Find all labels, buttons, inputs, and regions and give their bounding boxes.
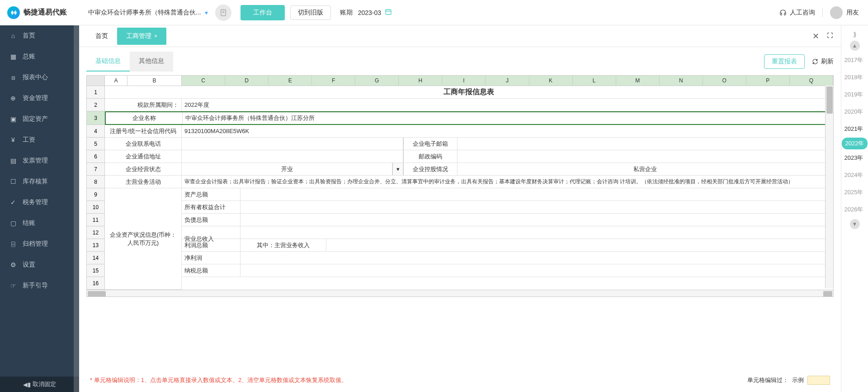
cell-r6-value[interactable] (182, 150, 403, 163)
sidebar-item-1[interactable]: ▦总账 (0, 46, 79, 67)
cell-r5-value[interactable] (182, 138, 403, 150)
col-header-M[interactable]: M (616, 76, 660, 86)
year-item-2020年[interactable]: 2020年 (842, 103, 868, 120)
sidebar-item-10[interactable]: ⌸归档管理 (0, 234, 79, 254)
row-header-16[interactable]: 16 (87, 277, 105, 290)
sidebar-item-12[interactable]: ☞新手引导 (0, 275, 79, 296)
user-menu[interactable]: 用友 (830, 6, 859, 19)
sidebar-item-11[interactable]: ⚙设置 (0, 254, 79, 275)
select-all-corner[interactable] (87, 76, 105, 86)
cell-r8-label[interactable]: 主营业务活动 (105, 176, 182, 188)
sidebar-item-3[interactable]: ⊕资金管理 (0, 88, 79, 109)
cell-r8-value[interactable]: 审查企业会计报表；出具审计报告；验证企业资本；出具验资报告；办理企业合并、分立、… (182, 176, 833, 188)
support-link[interactable]: 人工咨询 (779, 9, 815, 17)
sidebar-item-9[interactable]: ▢结账 (0, 213, 79, 234)
row-header-10[interactable]: 10 (87, 201, 105, 214)
cell-r11-v[interactable] (241, 214, 833, 226)
row-header-4[interactable]: 4 (87, 125, 105, 138)
tab-home[interactable]: 首页 (86, 28, 117, 45)
workbench-button[interactable]: 工作台 (241, 5, 285, 20)
cell-r3-value[interactable]: 中审众环会计师事务所（特殊普通合伙）江苏分所 (183, 112, 832, 124)
year-item-2021年[interactable]: 2021年 (842, 120, 868, 138)
company-selector[interactable]: 中审众环会计师事务所（特殊普通合伙... ▾ (88, 9, 208, 17)
col-header-I[interactable]: I (442, 76, 486, 86)
year-item-2018年[interactable]: 2018年 (842, 69, 868, 86)
cell-r5-value2[interactable] (458, 138, 833, 150)
cell-r9-v[interactable] (241, 188, 833, 201)
col-header-A[interactable]: A (105, 76, 127, 86)
cell-r10[interactable]: 所有者权益合计 (182, 201, 241, 213)
sidebar-item-5[interactable]: ¥工资 (0, 129, 79, 150)
sidebar-scrollbar[interactable] (74, 25, 79, 392)
cell-r9[interactable]: 资产总额 (182, 188, 241, 201)
cell-r14-v[interactable] (241, 239, 833, 251)
vertical-scrollbar[interactable] (825, 86, 833, 288)
cells-area[interactable]: 工商年报信息表 税款所属期间： 2022年度 企业名称 中审众环会计师事务所（特… (105, 86, 833, 290)
col-header-E[interactable]: E (269, 76, 312, 86)
col-header-Q[interactable]: Q (790, 76, 833, 86)
row-header-7[interactable]: 7 (87, 163, 105, 176)
year-down-arrow[interactable]: ▼ (850, 219, 860, 229)
year-item-2024年[interactable]: 2024年 (842, 167, 868, 184)
dropdown-icon[interactable]: ▾ (392, 163, 403, 175)
cell-r2-value[interactable]: 2022年度 (182, 99, 833, 111)
year-item-2025年[interactable]: 2025年 (842, 184, 868, 201)
document-icon-button[interactable] (215, 5, 231, 21)
tab-business-management[interactable]: 工商管理 × (117, 28, 166, 45)
cell-r3-label[interactable]: 企业名称 (106, 112, 183, 124)
cell-r12-v[interactable] (241, 226, 833, 239)
row-header-15[interactable]: 15 (87, 264, 105, 277)
sidebar-item-2[interactable]: ⧇报表中心 (0, 67, 79, 88)
cell-r16-v[interactable] (241, 264, 833, 277)
year-item-2026年[interactable]: 2026年 (842, 201, 868, 218)
fullscreen-icon[interactable] (826, 32, 834, 41)
col-header-P[interactable]: P (746, 76, 790, 86)
col-header-C[interactable]: C (182, 76, 225, 86)
year-item-2023年[interactable]: 2023年 (842, 149, 868, 167)
row-header-14[interactable]: 14 (87, 252, 105, 264)
cell-r2-label[interactable]: 税款所属期间： (105, 99, 182, 111)
sidebar-pin-toggle[interactable]: ◀▮ 取消固定 (0, 377, 79, 392)
sidebar-item-8[interactable]: ✓税务管理 (0, 192, 79, 213)
calendar-icon[interactable] (385, 8, 392, 17)
row-header-1[interactable]: 1 (87, 86, 105, 99)
year-collapse-icon[interactable]: ⟫ (853, 31, 857, 38)
cell-r15-v[interactable] (241, 252, 833, 264)
spreadsheet[interactable]: ABCDEFGHIJKLMNOPQ 1234567891011121314151… (86, 75, 834, 297)
old-version-button[interactable]: 切到旧版 (290, 5, 331, 20)
year-item-2017年[interactable]: 2017年 (842, 52, 868, 69)
cell-r7-value[interactable]: 开业 (182, 163, 392, 175)
cell-r4-label[interactable]: 注册号/统一社会信用代码 (105, 125, 182, 137)
sub-tab-other-info[interactable]: 其他信息 (130, 52, 173, 72)
cell-r6-label[interactable]: 企业通信地址 (105, 150, 182, 163)
row-header-11[interactable]: 11 (87, 214, 105, 226)
cell-r6-value2[interactable] (458, 150, 833, 163)
tab-close-icon[interactable]: × (154, 33, 157, 39)
cell-r7-value2[interactable]: 私营企业 (458, 163, 833, 175)
row-header-8[interactable]: 8 (87, 176, 105, 188)
horizontal-scrollbar[interactable] (87, 290, 833, 297)
row-header-6[interactable]: 6 (87, 150, 105, 163)
cell-r11[interactable]: 负债总额 (182, 214, 241, 226)
year-up-arrow[interactable]: ▲ (850, 41, 860, 51)
cell-r6-label2[interactable]: 邮政编码 (403, 150, 458, 163)
cell-r5-label[interactable]: 企业联系电话 (105, 138, 182, 150)
sidebar-item-0[interactable]: ⌂首页 (0, 25, 79, 46)
refresh-button[interactable]: 刷新 (812, 57, 834, 66)
row-header-9[interactable]: 9 (87, 188, 105, 201)
col-header-D[interactable]: D (225, 76, 269, 86)
row-header-5[interactable]: 5 (87, 138, 105, 150)
col-header-G[interactable]: G (355, 76, 399, 86)
col-header-K[interactable]: K (529, 76, 573, 86)
reset-report-button[interactable]: 重置报表 (764, 54, 805, 69)
cell-r14[interactable]: 利润总额 (182, 239, 241, 251)
cell-r7-label[interactable]: 企业经营状态 (105, 163, 182, 175)
sidebar-item-6[interactable]: ▤发票管理 (0, 150, 79, 171)
row-header-13[interactable]: 13 (87, 239, 105, 252)
col-header-J[interactable]: J (486, 76, 529, 86)
cell-r15[interactable]: 净利润 (182, 252, 241, 264)
col-header-O[interactable]: O (703, 76, 746, 86)
cell-r7-label2[interactable]: 企业控股情况 (403, 163, 458, 175)
cell-asset-merge-label[interactable]: 企业资产状况信息(币种：人民币万元) (105, 188, 182, 290)
sub-tab-basic-info[interactable]: 基础信息 (86, 52, 130, 72)
